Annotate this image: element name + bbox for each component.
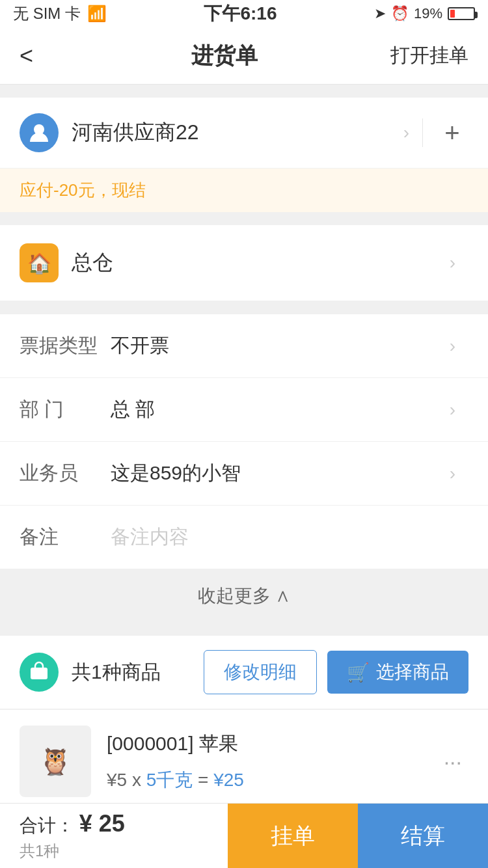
department-label: 部 门 [20,396,111,423]
quantity: 5千克 [146,770,193,790]
nav-bar: < 进货单 打开挂单 [0,27,488,85]
bottom-bar: 合计： ¥ 25 共1种 挂单 结算 [0,803,488,868]
status-left: 无 SIM 卡 📶 [13,3,107,24]
modify-detail-button[interactable]: 修改明细 [204,650,317,694]
remark-placeholder: 备注内容 [111,524,468,550]
department-value: 总 部 [111,396,450,423]
collapse-label: 收起更多 ∧ [198,586,291,606]
divider-2 [0,301,488,314]
products-icon-circle [20,653,59,692]
product-thumbnail: 🦉 [20,726,91,797]
product-more-button[interactable]: ··· [437,742,468,781]
battery-label: 19% [414,5,442,22]
products-count: 共1种商品 [72,659,204,686]
total-section: 合计： ¥ 25 共1种 [0,810,228,861]
department-chevron-icon: › [450,400,455,420]
back-button[interactable]: < [20,42,59,70]
product-info: [0000001] 苹果 ¥5 x 5千克 = ¥25 [107,731,437,793]
total-row: 合计： ¥ 25 [20,810,208,838]
status-bar: 无 SIM 卡 📶 下午6:16 ➤ ⏰ 19% [0,0,488,27]
remark-label: 备注 [20,524,111,550]
location-icon: ➤ [374,5,386,22]
department-row[interactable]: 部 门 总 部 › [0,378,488,442]
cart-icon: 🛒 [347,662,370,683]
product-code: [0000001] [107,733,193,754]
open-hang-button[interactable]: 打开挂单 [390,42,468,69]
total-price: ¥25 [213,770,244,790]
invoice-type-chevron-icon: › [450,336,455,357]
status-time: 下午6:16 [204,1,277,26]
total-label: 合计： [20,815,74,835]
form-section: 票据类型 不开票 › 部 门 总 部 › 业务员 这是859的小智 › 备注 备… [0,314,488,569]
select-product-label: 选择商品 [376,660,449,685]
product-name: [0000001] 苹果 [107,731,437,757]
warehouse-chevron-icon: › [450,252,455,273]
svg-rect-1 [31,668,47,679]
chevron-right-icon: › [403,122,409,143]
salesperson-label: 业务员 [20,460,111,487]
unit-price: ¥5 [107,770,127,790]
salesperson-value: 这是859的小智 [111,460,450,487]
total-count: 共1种 [20,841,208,861]
warehouse-name: 总仓 [72,249,450,277]
products-header: 共1种商品 修改明细 🛒 选择商品 [0,636,488,709]
warehouse-icon-bg: 🏠 [20,243,59,282]
alarm-icon: ⏰ [391,5,409,22]
divider-1 [0,212,488,225]
equals-sign: = [198,770,213,790]
total-amount: ¥ 25 [79,810,125,837]
collapse-button[interactable]: 收起更多 ∧ [0,569,488,623]
supplier-name: 河南供应商22 [72,118,403,147]
warehouse-row[interactable]: 🏠 总仓 › [0,225,488,301]
vertical-divider [422,118,423,147]
invoice-type-row[interactable]: 票据类型 不开票 › [0,314,488,378]
hang-order-button[interactable]: 挂单 [228,804,358,869]
salesperson-chevron-icon: › [450,463,455,484]
product-price-row: ¥5 x 5千克 = ¥25 [107,768,437,793]
warehouse-section: 🏠 总仓 › [0,225,488,301]
warehouse-icon: 🏠 [27,252,51,275]
supplier-avatar [20,113,59,152]
product-item: 🦉 [0000001] 苹果 ¥5 x 5千克 = ¥25 ··· [0,709,488,813]
supplier-section: 河南供应商22 › + 应付-20元，现结 [0,98,488,212]
select-product-button[interactable]: 🛒 选择商品 [327,651,468,694]
supplier-notice: 应付-20元，现结 [0,169,488,212]
add-supplier-button[interactable]: + [436,118,468,148]
divider-3 [0,623,488,636]
product-title: 苹果 [199,733,238,754]
checkout-button[interactable]: 结算 [358,804,488,869]
page-title: 进货单 [191,41,258,71]
salesperson-row[interactable]: 业务员 这是859的小智 › [0,442,488,506]
wifi-icon: 📶 [87,5,107,23]
product-placeholder-icon: 🦉 [39,746,72,777]
divider-top [0,85,488,98]
status-right: ➤ ⏰ 19% [374,5,475,22]
supplier-row[interactable]: 河南供应商22 › + [0,98,488,169]
remark-row[interactable]: 备注 备注内容 [0,506,488,569]
battery-icon [448,7,475,20]
carrier-label: 无 SIM 卡 [13,3,81,24]
invoice-type-value: 不开票 [111,332,450,359]
invoice-type-label: 票据类型 [20,332,111,359]
price-x: x [132,770,146,790]
